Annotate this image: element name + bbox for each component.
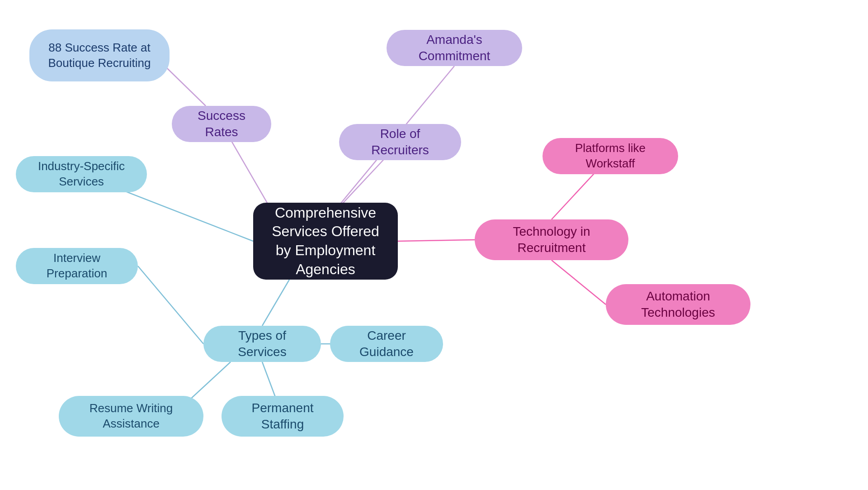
amandas-commitment-node: Amanda's Commitment <box>387 30 522 66</box>
interview-preparation-label: Interview Preparation <box>28 251 125 281</box>
technology-recruitment-node: Technology in Recruitment <box>475 219 628 260</box>
platforms-workstaff-label: Platforms like Workstaff <box>555 141 665 171</box>
svg-line-9 <box>138 266 203 344</box>
resume-writing-label: Resume Writing Assistance <box>71 401 191 432</box>
technology-recruitment-label: Technology in Recruitment <box>487 224 616 257</box>
platforms-workstaff-node: Platforms like Workstaff <box>542 138 678 174</box>
industry-specific-node: Industry-Specific Services <box>16 156 147 192</box>
types-of-services-node: Types of Services <box>203 326 321 362</box>
types-of-services-label: Types of Services <box>216 328 308 361</box>
svg-line-8 <box>262 280 289 326</box>
career-guidance-label: Career Guidance <box>343 328 430 361</box>
automation-technologies-node: Automation Technologies <box>606 284 750 325</box>
center-node: Comprehensive Services Offered by Employ… <box>253 203 398 280</box>
career-guidance-node: Career Guidance <box>330 326 443 362</box>
success-rates-label: Success Rates <box>184 108 259 141</box>
role-of-recruiters-node: Role of Recruiters <box>339 124 461 160</box>
automation-technologies-label: Automation Technologies <box>618 288 738 321</box>
svg-line-7 <box>552 260 606 304</box>
role-of-recruiters-label: Role of Recruiters <box>352 126 448 159</box>
permanent-staffing-node: Permanent Staffing <box>222 396 344 437</box>
center-label: Comprehensive Services Offered by Employ… <box>267 204 384 279</box>
resume-writing-node: Resume Writing Assistance <box>59 396 203 437</box>
success-rates-node: Success Rates <box>172 106 271 142</box>
boutique-recruiting-label: 88 Success Rate at Boutique Recruiting <box>42 40 157 71</box>
interview-preparation-node: Interview Preparation <box>16 248 138 284</box>
boutique-recruiting-node: 88 Success Rate at Boutique Recruiting <box>29 29 170 81</box>
svg-line-5 <box>398 240 475 241</box>
industry-specific-label: Industry-Specific Services <box>28 159 134 190</box>
amandas-commitment-label: Amanda's Commitment <box>399 32 509 65</box>
permanent-staffing-label: Permanent Staffing <box>234 400 331 433</box>
